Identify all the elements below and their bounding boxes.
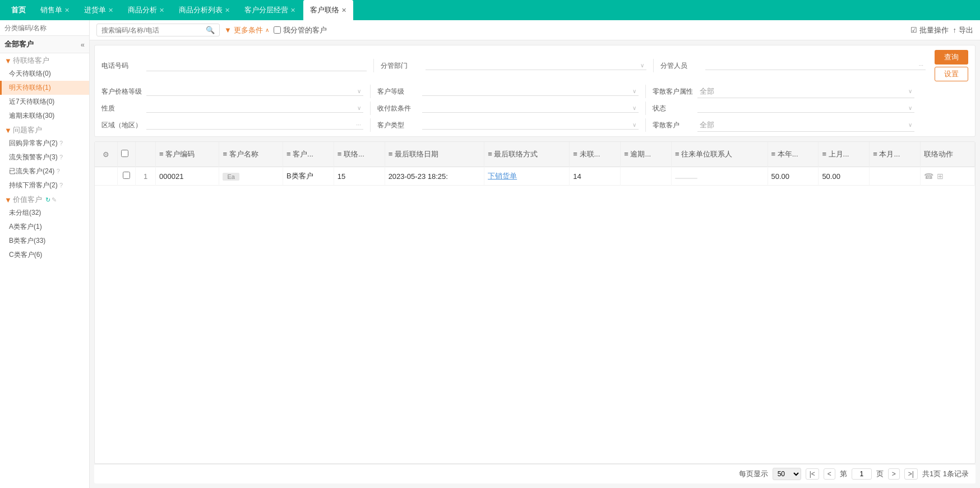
filter-dept: 分管部门 ∨ (381, 61, 646, 71)
th-last-month-sort[interactable]: ≡ (822, 150, 826, 158)
page-first-btn[interactable]: |< (806, 468, 819, 480)
gear-settings-btn[interactable]: ⚙ (98, 146, 114, 162)
nav-sales-label: 销售单 (40, 5, 62, 15)
sidebar-all-customers-header[interactable]: 全部客户 « (0, 36, 89, 53)
sidebar: 🔍 全部客户 « ▼ 待联络客户 今天待联络(0) 明天待联络(1) 近7天待联… (0, 20, 90, 488)
th-this-month: ≡ 本月... (870, 142, 921, 167)
filter-region-select[interactable]: ··· (146, 121, 363, 130)
page-prev-btn[interactable]: < (824, 468, 835, 480)
filter-price-level: 客户价格等级 ∨ (101, 87, 363, 96)
filter-status-select[interactable]: ∨ (697, 104, 914, 113)
th-name-sort[interactable]: ≡ (223, 150, 227, 158)
nav-sales-close[interactable]: ✕ (64, 7, 70, 14)
sidebar-item-b-class[interactable]: B类客户(33) (0, 234, 89, 248)
nav-home-label: 首页 (11, 5, 26, 15)
th-code-sort[interactable]: ≡ (159, 150, 164, 158)
filter-payment-select[interactable]: ∨ (422, 104, 639, 113)
sidebar-item-a-class[interactable]: A类客户(1) (0, 220, 89, 234)
th-this-month-label: 本月... (879, 150, 900, 158)
main-layout: 🔍 全部客户 « ▼ 待联络客户 今天待联络(0) 明天待联络(1) 近7天待联… (0, 20, 980, 488)
sidebar-item-tomorrow[interactable]: 明天待联络(1) (0, 81, 89, 95)
filter-status: 状态 ∨ (653, 104, 914, 113)
sidebar-collapse-icon[interactable]: « (81, 40, 85, 49)
row-last-contact-method-link[interactable]: 下销货单 (488, 172, 517, 180)
th-no-contact-sort[interactable]: ≡ (573, 150, 577, 158)
th-name-label: 客户名称 (229, 150, 258, 158)
setting-btn[interactable]: 设置 (935, 67, 968, 81)
th-this-year-sort[interactable]: ≡ (771, 150, 776, 158)
filter-row-1: 电话号码 分管部门 ∨ 分管人员 ··· (101, 50, 968, 81)
page-next-btn[interactable]: > (888, 468, 900, 480)
sidebar-item-lost-risk[interactable]: 流失预警客户(3) ? (0, 150, 89, 164)
nav-purchase-close[interactable]: ✕ (108, 7, 113, 14)
search-main-input[interactable] (101, 26, 204, 34)
sidebar-item-continuous-down[interactable]: 持续下滑客户(2) ? (0, 178, 89, 192)
filter-dept-select[interactable]: ∨ (426, 61, 646, 70)
nav-analysis-list-close[interactable]: ✕ (225, 7, 230, 14)
footer-page-size-label: 每页显示 (739, 469, 768, 479)
th-overdue-sort[interactable]: ≡ (624, 150, 628, 158)
filter-retail-attr: 零散客户属性 全部 ∨ (653, 85, 914, 98)
nav-analysis-close[interactable]: ✕ (159, 7, 164, 14)
nav-analysis-label: 商品分析 (128, 5, 157, 15)
sidebar-item-lost[interactable]: 已流失客户(24) ? (0, 164, 89, 178)
sidebar-search-input[interactable] (4, 24, 89, 32)
export-btn[interactable]: ↑ 导出 (953, 25, 974, 35)
th-code-label: 客户编码 (165, 150, 195, 158)
nav-analysis[interactable]: 商品分析 ✕ (121, 0, 171, 20)
th-gear: ⚙ (95, 142, 118, 167)
filter-nature-select[interactable]: ∨ (146, 104, 363, 113)
filter-price-level-arrow: ∨ (357, 88, 361, 94)
page-size-select[interactable]: 50 10 20 100 (773, 468, 801, 480)
th-type-sort[interactable]: ≡ (286, 150, 291, 158)
filter-icon: ▼ (224, 26, 232, 34)
filter-panel: 电话号码 分管部门 ∨ 分管人员 ··· (94, 45, 976, 137)
th-unit-contact-sort[interactable]: ≡ (675, 150, 679, 158)
page-input[interactable] (852, 468, 872, 480)
row-unit-contact-cell (672, 167, 768, 186)
th-last-contact-method-sort[interactable]: ≡ (488, 150, 492, 158)
filter-retail-attr-select[interactable]: 全部 ∨ (697, 85, 914, 98)
filter-customer-type-select[interactable]: ∨ (422, 121, 639, 130)
sidebar-item-overdue[interactable]: 逾期未联络(30) (0, 109, 89, 123)
sidebar-item-ungroup[interactable]: 未分组(32) (0, 206, 89, 220)
filter-row-4: 区域（地区） ··· 客户类型 ∨ 零散客户 (101, 118, 968, 132)
th-this-month-sort[interactable]: ≡ (873, 150, 877, 158)
my-customer-check[interactable]: 我分管的客户 (274, 25, 327, 35)
nav-home[interactable]: 首页 (4, 0, 33, 20)
th-contact-count-sort[interactable]: ≡ (338, 150, 342, 158)
select-all-checkbox[interactable] (121, 150, 128, 157)
my-customer-checkbox[interactable] (274, 26, 281, 34)
row-checkbox[interactable] (123, 172, 130, 179)
nav-customer-seg[interactable]: 客户分层经营 ✕ (238, 0, 302, 20)
export-label: 导出 (959, 25, 973, 35)
query-btn[interactable]: 查询 (935, 50, 968, 65)
sidebar-item-c-class[interactable]: C类客户(6) (0, 248, 89, 262)
th-last-contact-date-sort[interactable]: ≡ (389, 150, 393, 158)
row-phone-icon[interactable]: ☎ (924, 172, 933, 181)
search-main-icon[interactable]: 🔍 (206, 26, 215, 34)
nav-customer-contact[interactable]: 客户联络 ✕ (303, 0, 353, 20)
nav-customer-contact-close[interactable]: ✕ (341, 7, 346, 14)
filter-retail: 零散客户 全部 ∨ (653, 119, 914, 132)
sidebar-item-return-abnormal[interactable]: 回购异常客户(2) ? (0, 136, 89, 150)
more-filter-btn[interactable]: ▼ 更多条件 ∧ (224, 25, 269, 35)
row-code-cell: 000021 (156, 167, 219, 186)
page-last-btn[interactable]: >| (904, 468, 918, 480)
row-qr-icon[interactable]: ⊞ (937, 172, 944, 181)
nav-purchase[interactable]: 进货单 ✕ (77, 0, 120, 20)
batch-op-btn[interactable]: ☑ 批量操作 (910, 25, 949, 35)
filter-phone-input[interactable] (146, 61, 367, 71)
sidebar-item-today[interactable]: 今天待联络(0) (0, 67, 89, 81)
filter-customer-level-select[interactable]: ∨ (422, 87, 639, 96)
filter-label: 更多条件 (234, 25, 263, 35)
nav-sales[interactable]: 销售单 ✕ (34, 0, 76, 20)
filter-price-level-select[interactable]: ∨ (146, 87, 363, 96)
filter-retail-select[interactable]: 全部 ∨ (697, 119, 914, 132)
nav-analysis-list[interactable]: 商品分析列表 ✕ (172, 0, 237, 20)
sidebar-item-week[interactable]: 近7天待联络(0) (0, 95, 89, 109)
nav-customer-seg-close[interactable]: ✕ (290, 7, 295, 14)
filter-row-3: 性质 ∨ 收付款条件 ∨ 状态 (101, 102, 968, 115)
filter-person-select[interactable]: ··· (705, 61, 926, 70)
th-contact-count-label: 联络... (344, 150, 364, 158)
